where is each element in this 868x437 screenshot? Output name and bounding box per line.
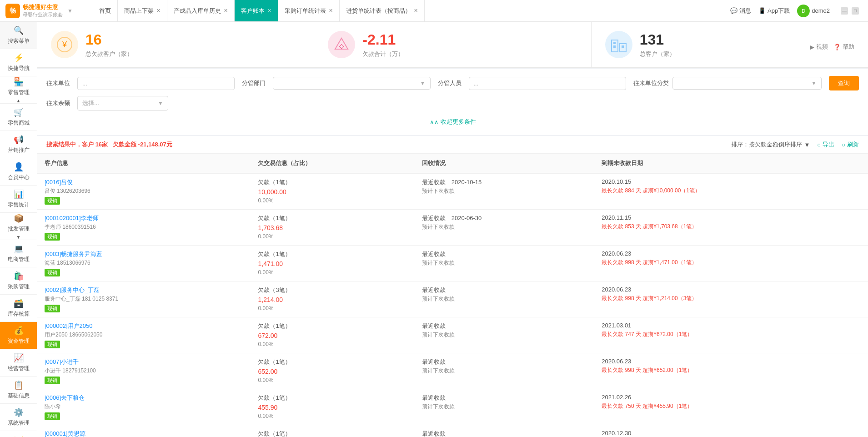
- video-icon: ▶: [810, 44, 814, 50]
- tab-close-stock-stats[interactable]: ✕: [414, 8, 418, 14]
- top-bar: 畅 畅捷通好生意 母婴行业演示账套 ▼ 首页 商品上下架 ✕ 产成品入库单历史 …: [0, 0, 868, 22]
- table-row: [000001]黄思源 黄思源 13552700226 现销 欠款（1笔） 42…: [37, 425, 868, 437]
- sidebar-item-enterprise[interactable]: 🤝 企业协同: [0, 431, 37, 437]
- results-actions: 排序：按欠款金额倒序排序 ▼ ○ 导出 ○ 刷新: [731, 141, 859, 149]
- debt-count-1: 欠款（1笔）: [258, 214, 407, 222]
- sort-select[interactable]: 排序：按欠款金额倒序排序 ▼: [731, 141, 810, 149]
- logo-dropdown-icon[interactable]: ▼: [67, 8, 73, 14]
- customer-tag-6: 现销: [45, 412, 60, 420]
- customer-name-3[interactable]: [0002]服务中心_丁磊: [45, 286, 243, 294]
- sidebar-item-retail-stats[interactable]: 📊 零售统计: [0, 186, 37, 213]
- stat-right-actions: ▶ 视频 ❓ 帮助: [810, 38, 854, 51]
- due-detail-1: 最长欠款 853 天 超期¥1,703.68（1笔）: [602, 223, 861, 231]
- manager-input[interactable]: ...: [469, 77, 626, 90]
- unit-category-select[interactable]: ▼: [672, 77, 822, 90]
- debt-count-0: 欠款（1笔）: [258, 178, 407, 186]
- customer-name-6[interactable]: [0006]去下粮仓: [45, 394, 243, 402]
- cell-debt-3: 欠款（3笔） 1,214.00 0.00%: [251, 281, 414, 317]
- table-body: [0016]吕俊 吕俊 13026203696 现销 欠款（1笔） 10,000…: [37, 173, 868, 437]
- return-label-2: 最近收款: [422, 250, 587, 258]
- tab-production-history[interactable]: 产成品入库单历史 ✕: [167, 0, 235, 21]
- sort-chevron-icon: ▼: [804, 141, 810, 148]
- customer-contact-3: 服务中心_丁磊 181 0125 8371: [45, 295, 243, 303]
- retail-icon: 🏪: [14, 77, 24, 87]
- basic-info-icon: 📋: [14, 380, 24, 390]
- sidebar-item-business[interactable]: 📈 经营管理: [0, 349, 37, 377]
- balance-chevron-icon: ▼: [158, 100, 163, 106]
- tab-product-off[interactable]: 商品上下架 ✕: [118, 0, 167, 21]
- due-detail-2: 最长欠款 998 天 超期¥1,471.00（1笔）: [602, 259, 861, 266]
- svg-rect-8: [622, 45, 624, 48]
- debt-amount-5: 652.00: [258, 368, 407, 375]
- help-btn[interactable]: ❓ 帮助: [833, 43, 854, 51]
- refresh-btn[interactable]: ○ 刷新: [842, 141, 859, 149]
- search-icon: 🔍: [14, 25, 24, 35]
- dept-select[interactable]: ▼: [273, 77, 430, 90]
- due-detail-3: 最长欠款 998 天 超期¥1,214.00（3笔）: [602, 295, 861, 302]
- user-menu[interactable]: D demo2: [797, 5, 830, 17]
- debt-amount-0: 10,000.00: [258, 188, 407, 196]
- customer-name-4[interactable]: [000002]用户2050: [45, 322, 243, 330]
- due-date-1: 2020.11.15: [602, 214, 861, 221]
- stats-bar: ¥ 16 总欠款客户（家） ◇ -2.11 欠款合计（万）: [37, 22, 868, 68]
- stat-value-total-customers: 131: [640, 31, 675, 48]
- sidebar-item-member[interactable]: 👤 会员中心: [0, 158, 37, 186]
- return-label-7: 最近收款: [422, 430, 587, 437]
- sidebar-item-marketing[interactable]: 📢 营销推广: [0, 131, 37, 158]
- cell-due-4: 2021.03.01 最长欠款 747 天 超期¥672.00（1笔）: [594, 317, 868, 353]
- system-icon: ⚙️: [14, 407, 24, 417]
- app-download-btn[interactable]: 📱 App下载: [758, 7, 790, 15]
- customer-name-7[interactable]: [000001]黄思源: [45, 430, 243, 437]
- maximize-btn[interactable]: □: [852, 7, 859, 15]
- debt-ratio-5: 0.00%: [258, 377, 407, 383]
- manager-dots: ...: [474, 80, 479, 87]
- chevron-down-icon: ▼: [16, 235, 21, 240]
- return-label-0: 最近收款 2020-10-15: [422, 178, 587, 186]
- tab-close-customer-account[interactable]: ✕: [267, 8, 271, 14]
- export-icon: ○: [817, 141, 821, 148]
- svg-text:¥: ¥: [62, 40, 67, 49]
- filter-manager: 分管人员 ...: [438, 77, 626, 90]
- customer-name-1[interactable]: [0001020001]李老师: [45, 214, 243, 222]
- from-unit-input[interactable]: ...: [77, 77, 235, 90]
- tab-stock-stats[interactable]: 进货单统计表（按商品） ✕: [340, 0, 425, 21]
- query-button[interactable]: 查询: [829, 76, 859, 90]
- refresh-icon: ○: [842, 141, 845, 148]
- sidebar-item-retail-mall[interactable]: 🛒 零售商城: [0, 104, 37, 131]
- due-date-6: 2021.02.26: [602, 394, 861, 401]
- sidebar-item-capital[interactable]: 💰 资金管理: [0, 322, 37, 349]
- video-btn[interactable]: ▶ 视频: [810, 43, 828, 51]
- filter-from-unit: 往来单位 ...: [46, 77, 235, 90]
- help-icon: ❓: [833, 44, 841, 50]
- tab-customer-account[interactable]: 客户账本 ✕: [235, 0, 278, 21]
- collapse-btn[interactable]: ∧∧ 收起更多条件: [46, 116, 859, 128]
- sidebar-item-system[interactable]: ⚙️ 系统管理: [0, 404, 37, 431]
- customer-contact-4: 用户2050 18665062050: [45, 331, 243, 339]
- message-btn[interactable]: 💬 消息: [730, 7, 751, 15]
- export-btn[interactable]: ○ 导出: [817, 141, 834, 149]
- sidebar-item-search[interactable]: 🔍 搜索菜单: [0, 22, 37, 49]
- sidebar-item-purchase[interactable]: 🛍️ 采购管理: [0, 267, 37, 295]
- stat-info-debt: 16 总欠款客户（家）: [85, 31, 133, 58]
- minimize-btn[interactable]: —: [841, 7, 848, 15]
- cell-debt-4: 欠款（1笔） 672.00 0.00%: [251, 317, 414, 353]
- customer-name-5[interactable]: [0007]小进千: [45, 358, 243, 366]
- tab-close-production-history[interactable]: ✕: [224, 8, 228, 14]
- debt-count-4: 欠款（1笔）: [258, 322, 407, 330]
- sidebar-item-retail[interactable]: 🏪 零售管理 ▲: [0, 76, 37, 104]
- sidebar-item-quick-nav[interactable]: ⚡ 快捷导航: [0, 49, 37, 76]
- tab-close-product-off[interactable]: ✕: [156, 8, 161, 14]
- tab-home[interactable]: 首页: [93, 0, 118, 21]
- customer-name-0[interactable]: [0016]吕俊: [45, 178, 243, 186]
- sidebar-item-batch[interactable]: 📦 批发管理 ▼: [0, 213, 37, 240]
- sidebar-item-inventory[interactable]: 🗃️ 库存核算: [0, 295, 37, 322]
- tab-purchase-order[interactable]: 采购订单统计表 ✕: [278, 0, 340, 21]
- tab-close-purchase-order[interactable]: ✕: [329, 8, 333, 14]
- stat-icon-debt: ¥: [51, 31, 78, 58]
- customer-name-2[interactable]: [0003]畅捷服务尹海蓝: [45, 250, 243, 258]
- sidebar-item-basic-info[interactable]: 📋 基础信息: [0, 377, 37, 404]
- due-date-5: 2020.06.23: [602, 358, 861, 365]
- sidebar-item-ecommerce[interactable]: 💻 电商管理: [0, 240, 37, 267]
- balance-select[interactable]: 选择... ▼: [77, 96, 168, 111]
- filter-dept-label: 分管部门: [242, 79, 269, 87]
